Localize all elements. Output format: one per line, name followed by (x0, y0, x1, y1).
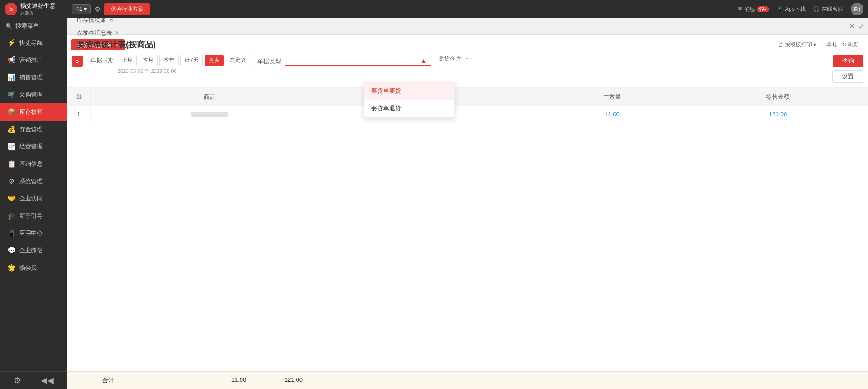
sidebar-icon-12: 💬 (7, 246, 15, 255)
tab-close-3[interactable]: ✕ (115, 42, 119, 49)
type-label: 单据类型 (257, 57, 281, 66)
sidebar-item-0[interactable]: ⚡快捷导航 (0, 34, 67, 51)
collapse-icon[interactable]: ◀◀ (41, 375, 54, 385)
type-select-input[interactable] (285, 55, 431, 66)
date-btn-custom[interactable]: 自定义 (226, 55, 250, 66)
top-header: b 畅捷通好生意 标准版 41 ▾ ⚙ 体验行业方案 ✉ 消息 99+ 📱 Ap… (0, 0, 868, 18)
search-label: 搜索菜单 (15, 22, 39, 30)
type-select-arrow-icon[interactable]: ▲ (421, 57, 427, 64)
table-area: ⚙ 商品 主计量单位 主数量 零售金额 1 块 11.00 121.00 (67, 88, 868, 371)
sidebar-item-1[interactable]: 📢营销推广 (0, 51, 67, 69)
date-btn-last-month[interactable]: 上月 (118, 55, 137, 66)
table-row: 1 块 11.00 121.00 (67, 106, 868, 122)
search-icon: 🔍 (5, 23, 13, 30)
logo-text: 畅捷通好生意 标准版 (20, 2, 56, 16)
gear-icon[interactable]: ⚙ (94, 5, 101, 14)
footer-label-text: 合计 (102, 377, 114, 384)
sidebar-label-0: 快捷导航 (19, 39, 43, 47)
print-link[interactable]: 🖨 按模板打印 ▾ (778, 41, 816, 49)
sidebar-icon-6: 📈 (7, 143, 15, 151)
message-item[interactable]: ✉ 消息 99+ (738, 5, 769, 13)
app-sub: 标准版 (20, 10, 56, 16)
date-filter-group: 单据日期 上月 本月 本年 近7天 更多 自定义 2023-05-06 至 20… (90, 55, 250, 75)
sidebar-item-8[interactable]: ⚙系统管理 (0, 173, 67, 190)
sidebar-icon-13: 🌟 (7, 264, 15, 272)
sidebar-label-10: 新手引导 (19, 212, 43, 220)
date-btn-more[interactable]: 更多 (205, 55, 224, 66)
sidebar-label-8: 系统管理 (19, 177, 43, 185)
sidebar-item-12[interactable]: 💬企业微信 (0, 242, 67, 259)
logo-icon: b (5, 3, 17, 15)
refresh-icon: ↻ (842, 41, 847, 48)
sidebar-item-4[interactable]: 📦库存核算 (0, 103, 67, 121)
sidebar-icon-2: 📊 (7, 73, 15, 82)
online-service-item[interactable]: 🎧 在线客服 (813, 5, 843, 13)
sidebar-icon-5: 💰 (7, 125, 15, 133)
tab-close-1[interactable]: ✕ (109, 18, 113, 23)
sidebar-item-2[interactable]: 📊销售管理 (0, 69, 67, 86)
settings-button[interactable]: 设置 (832, 70, 863, 83)
avatar[interactable]: Rit (851, 3, 863, 15)
sidebar-item-10[interactable]: 🎓新手引导 (0, 207, 67, 225)
phone-icon: 📱 (776, 6, 783, 12)
dropdown-item-1[interactable]: 要货单退货 (364, 100, 454, 117)
sidebar-icon-1: 📢 (7, 56, 15, 64)
app-name: 畅捷通好生意 (20, 2, 56, 10)
cell-product-0 (90, 106, 329, 122)
warehouse-filter-group: 要货仓库 ··· (438, 55, 471, 63)
table-header: ⚙ 商品 主计量单位 主数量 零售金额 (67, 88, 868, 106)
cell-amount-0[interactable]: 121.00 (688, 106, 868, 122)
th-settings[interactable]: ⚙ (67, 88, 90, 106)
sidebar-item-11[interactable]: 📱应用中心 (0, 225, 67, 242)
export-label: 导出 (826, 41, 837, 49)
date-btn-this-year[interactable]: 本年 (159, 55, 179, 66)
tab-1[interactable]: 库存批次账✕ (71, 18, 125, 26)
sidebar-icon-9: 🤝 (7, 194, 15, 203)
industry-button[interactable]: 体验行业方案 (104, 3, 150, 15)
close-all-icon[interactable]: ✕ (849, 22, 855, 31)
sidebar-label-1: 营销推广 (19, 56, 43, 64)
sidebar-item-5[interactable]: 💰资金管理 (0, 121, 67, 138)
sidebar-item-6[interactable]: 📈经营管理 (0, 138, 67, 155)
header-right: ✉ 消息 99+ 📱 App下载 🎧 在线客服 Rit (738, 3, 863, 15)
sidebar-label-9: 企业协同 (19, 194, 43, 203)
sidebar-item-13[interactable]: 🌟畅会员 (0, 259, 67, 276)
date-btn-this-month[interactable]: 本月 (139, 55, 158, 66)
online-service-label: 在线客服 (822, 5, 843, 13)
query-button[interactable]: 查询 (833, 55, 863, 67)
main-layout: 🔍 搜索菜单 ⚡快捷导航📢营销推广📊销售管理🛒采购管理📦库存核算💰资金管理📈经营… (0, 18, 868, 389)
header-center: 41 ▾ ⚙ 体验行业方案 (72, 3, 738, 15)
message-icon: ✉ (738, 6, 742, 12)
sidebar-label-6: 经营管理 (19, 143, 43, 151)
tab-label-1: 库存批次账 (77, 18, 106, 24)
sidebar-icon-11: 📱 (7, 229, 15, 237)
footer-label: 合计 (75, 376, 211, 384)
export-link[interactable]: ↑ 导出 (822, 41, 837, 49)
print-icon: 🖨 (778, 41, 783, 48)
dropdown-item-0[interactable]: 要货单要货 (364, 82, 454, 100)
date-label: 单据日期 (90, 56, 114, 65)
page-header: 要货单统计表(按商品) 🖨 按模板打印 ▾ ↑ 导出 ↻ 刷新 (67, 35, 868, 50)
refresh-link[interactable]: ↻ 刷新 (842, 41, 859, 49)
store-selector[interactable]: 41 ▾ (72, 4, 91, 14)
app-download-item[interactable]: 📱 App下载 (776, 5, 806, 13)
expand-icon[interactable]: ⤢ (858, 22, 864, 31)
settings-icon[interactable]: ⚙ (14, 375, 21, 385)
sidebar-items-container: ⚡快捷导航📢营销推广📊销售管理🛒采购管理📦库存核算💰资金管理📈经营管理📋基础信息… (0, 34, 67, 276)
sidebar-item-3[interactable]: 🛒采购管理 (0, 86, 67, 103)
filter-toggle-btn[interactable]: » (72, 56, 83, 67)
sidebar-item-7[interactable]: 📋基础信息 (0, 155, 67, 173)
date-options: 上月 本月 本年 近7天 更多 自定义 2023-05-06 至 2023-06… (118, 55, 250, 75)
footer-amount: 121.00 (266, 376, 321, 384)
tab-close-2[interactable]: ✕ (115, 30, 119, 36)
warehouse-label: 要货仓库 (438, 55, 462, 63)
th-quantity: 主数量 (536, 88, 688, 106)
sidebar-icon-3: 🛒 (7, 91, 15, 99)
cell-quantity-0[interactable]: 11.00 (536, 106, 688, 122)
sidebar-item-9[interactable]: 🤝企业协同 (0, 190, 67, 207)
date-btn-7days[interactable]: 近7天 (180, 55, 203, 66)
warehouse-more-icon[interactable]: ··· (465, 55, 471, 63)
sidebar-search[interactable]: 🔍 搜索菜单 (0, 18, 67, 34)
sidebar-icon-10: 🎓 (7, 212, 15, 220)
data-table: ⚙ 商品 主计量单位 主数量 零售金额 1 块 11.00 121.00 (67, 88, 868, 122)
